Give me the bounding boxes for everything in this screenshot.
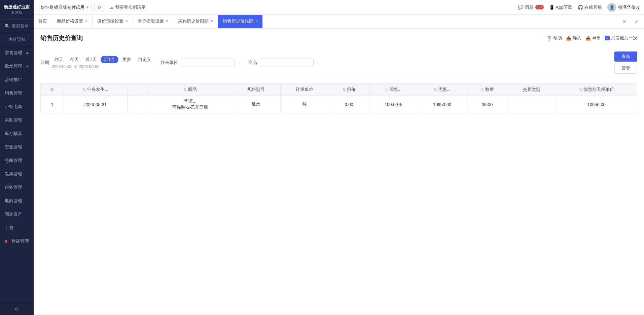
only-last-toggle[interactable]: ✓ 只看最后一次 [605,35,637,41]
cell-product: 华谊... 丙烯酸-2-乙基己酯 [149,96,232,113]
date-option-custom[interactable]: 自定义 [135,56,154,63]
date-option-yesterday[interactable]: 昨天 [52,56,66,63]
col-quantity[interactable]: ⇅ 数量 [467,84,507,96]
sidebar-item-ledger[interactable]: 总账管理 [0,154,34,167]
sidebar-item-xiaocha[interactable]: 小畅电商 [0,100,34,113]
help-button[interactable]: ❓ 帮助 [546,35,562,41]
online-service-label: 在线客服 [584,4,602,10]
tab-purchase-strategy[interactable]: 进价策略设置 × [93,15,133,28]
version-selector[interactable]: 好业财标准版交付试用 ▾ [38,3,92,12]
filter-actions: 查询 设置 [614,51,637,74]
col-gear[interactable]: ⚙ [41,84,64,96]
sidebar-item-inventory[interactable]: 库存核算 [0,127,34,140]
sidebar-item-sales[interactable]: 销售管理 [0,86,34,100]
sidebar-item-label: 批发管理 [5,63,22,69]
sidebar-item-purchase[interactable]: 采购管理 [0,113,34,127]
supplier-more-button[interactable]: … [237,60,242,65]
topbar-settings-button[interactable]: ⚙ [95,3,104,12]
col-sort: ⇅ 商品 [184,86,197,93]
tab-close-icon[interactable]: × [255,19,258,24]
close-window-button[interactable]: ✕ [620,17,629,26]
app-download-button[interactable]: 📱 App下载 [549,4,572,10]
tab-close-icon[interactable]: × [85,19,87,24]
sidebar-item-retail[interactable]: 零售管理 ▲ [0,46,34,60]
quick-nav-label: 快捷导航 [8,37,26,42]
page-title: 销售历史价查询 [40,34,83,42]
tab-close-icon[interactable]: × [126,19,128,24]
online-service-button[interactable]: 🎧 在线客服 [578,4,602,10]
demo-label: 我要看实例演示 [115,4,146,10]
tab-product-price[interactable]: 商品价格设置 × [52,15,93,28]
topbar-actions: 💬 消息 99+ 📱 App下载 🎧 在线客服 👤 徐泽华修改 [518,3,640,12]
col-product[interactable]: ⇅ 商品 [149,84,232,96]
chevron-down-icon: ▾ [86,5,89,10]
col-discount-price[interactable]: ⇅ 优惠... [417,84,467,96]
sidebar-item-finance[interactable]: 资金管理 [0,140,34,154]
gear-icon: ⚙ [50,87,54,92]
export-button[interactable]: 📤 导出 [585,35,601,41]
product-input[interactable] [260,59,314,67]
col-discount-rate[interactable]: ⇅ 优惠... [369,84,417,96]
date-option-today[interactable]: 今天 [67,56,81,63]
sidebar-item-payroll[interactable]: 工资 [0,221,34,235]
sidebar-settings[interactable]: ⚙ [0,303,34,315]
col-unit[interactable]: 计量单位 [280,84,329,96]
sidebar-item-tax[interactable]: 税务管理 [0,181,34,194]
tab-sale-extract[interactable]: 售价提取设置 × [133,15,173,28]
maximize-window-button[interactable]: ⤢ [632,17,641,26]
sidebar-logo: 畅捷通好业财 标准版 [0,0,34,20]
sidebar-item-label: 发票管理 [5,171,22,177]
sidebar-item-invoice[interactable]: 发票管理 [0,167,34,181]
product-more-button[interactable]: … [316,60,321,65]
date-option-7days[interactable]: 近7天 [83,56,99,63]
demo-icon: ☁ [109,5,114,10]
sidebar: 畅捷通好业财 标准版 🔍 搜索菜单 快捷导航 零售管理 ▲ 批发管理 ▲ 营销推… [0,0,34,315]
user-menu[interactable]: 👤 徐泽华修改 [607,3,640,12]
tab-home[interactable]: 首页 [34,15,52,28]
sort-icon[interactable]: ⇅ [481,88,484,92]
tab-close-icon[interactable]: × [166,19,168,24]
tab-sale-history[interactable]: 销售历史价跟踪 × [218,15,263,28]
sort-icon[interactable]: ⇅ [83,88,86,92]
cell-quoted-price: 0.00 [329,96,369,113]
sidebar-item-assets[interactable]: 固定资产 [0,208,34,221]
tab-label: 销售历史价跟踪 [223,18,253,24]
tab-label: 进价策略设置 [97,18,123,24]
supplier-input[interactable] [181,59,235,67]
message-button[interactable]: 💬 消息 99+ [518,4,544,10]
search-icon: 🔍 [5,24,10,29]
date-option-1month[interactable]: 近1月 [101,56,118,63]
col-spec[interactable]: 规格型号 [232,84,280,96]
sort-icon[interactable]: ⇅ [579,88,582,92]
query-button[interactable]: 查询 [614,51,637,62]
filter-settings-button[interactable]: 设置 [614,63,637,74]
sidebar-search[interactable]: 🔍 搜索菜单 [0,20,34,33]
sort-icon[interactable]: ⇅ [343,88,346,92]
col-quoted-price[interactable]: ⇅ 报价 [329,84,369,96]
main-area: 好业财标准版交付试用 ▾ ⚙ ☁ 我要看实例演示 💬 消息 99+ 📱 App下… [34,0,644,315]
sidebar-item-ecommerce[interactable]: 电商管理 [0,194,34,208]
tab-purchase-history[interactable]: 采购历史价跟踪 × [173,15,218,28]
page-content: 销售历史价查询 ❓ 帮助 📥 导入 📤 导出 ✓ 只看最后一次 [34,29,644,315]
table-row[interactable]: 1 2023-05-31 华谊... 丙烯酸-2-乙基己酯 散水 吨 0.00 … [41,96,637,113]
gear-icon: ⚙ [97,5,101,10]
col-expand[interactable]: ... [127,84,149,96]
col-transaction-type[interactable]: 交易类型 [507,84,556,96]
import-button[interactable]: 📥 导入 [566,35,581,41]
date-option-more[interactable]: 更多 [120,56,134,63]
tab-close-icon[interactable]: × [211,19,213,24]
sidebar-quick-nav[interactable]: 快捷导航 [0,33,34,46]
data-table: ⚙ ⇅ 业务发生... ... ⇅ 商品 规格型号 [40,83,637,113]
sort-icon[interactable]: ⇅ [184,88,187,92]
sort-icon[interactable]: ⇅ [434,88,437,92]
col-business-date[interactable]: ⇅ 业务发生... [64,84,128,96]
supplier-filter-group: 往来单位 … [160,59,242,67]
demo-button[interactable]: ☁ 我要看实例演示 [109,4,146,10]
sidebar-item-wholesale[interactable]: 批发管理 ▲ [0,60,34,73]
sidebar-item-smart[interactable]: 智能管理 [0,235,34,248]
col-pretax-price[interactable]: ⇅ 优惠前无税单价 [556,84,637,96]
avatar: 👤 [607,3,616,12]
export-label: 导出 [592,35,601,41]
sort-icon[interactable]: ⇅ [385,88,388,92]
sidebar-item-marketing[interactable]: 营销推广 [0,73,34,86]
